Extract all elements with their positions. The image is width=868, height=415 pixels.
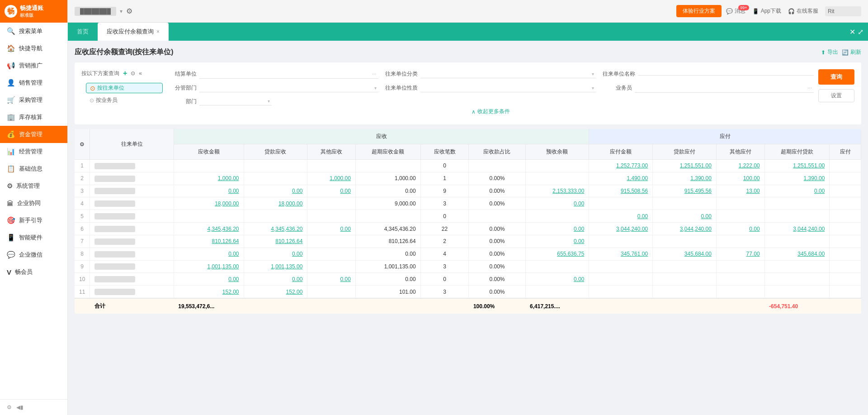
partner-name-input[interactable] <box>638 72 814 76</box>
sidebar-item-system[interactable]: ⚙ 系统管理 <box>0 177 67 195</box>
collapse-arrow-icon: ∧ <box>472 109 476 115</box>
query-form-area: 结算单位 ··· 往来单位分类 ▾ <box>167 69 814 118</box>
expand-icon[interactable]: ⤢ <box>858 28 863 36</box>
header-settings-icon[interactable]: ⚙ <box>126 7 132 15</box>
right-actions: 💬 消息 99+ 📱 App下载 🎧 在线客服 Rit <box>726 6 861 16</box>
partner-cell <box>90 210 174 223</box>
field-partner-nature: 往来单位性质 ▾ <box>385 83 596 93</box>
export-button[interactable]: ⬆ 导出 <box>821 48 838 56</box>
dots-icon: ··· <box>372 71 377 77</box>
query-button[interactable]: 查询 <box>818 69 854 85</box>
user-name: Rit <box>828 8 835 14</box>
query-panel: 按以下方案查询 + ⊙ « ⊙ 按往来单位 ⊙ 按业务员 <box>75 62 861 124</box>
table-settings-icon[interactable]: ⚙ <box>80 141 85 148</box>
th-other-payable: 其他应付 <box>716 144 764 160</box>
table-row: 80.000.000.0040.00%655,636.75345,761.003… <box>75 248 861 260</box>
sidebar-item-label: 库存核算 <box>19 113 42 121</box>
partner-cell <box>90 185 174 197</box>
th-partner: 往来单位 <box>90 129 174 160</box>
inventory-icon: 🏢 <box>7 113 15 121</box>
sidebar-item-label: 企业微信 <box>19 251 42 259</box>
operation-icon: 📊 <box>7 148 15 156</box>
sidebar-item-vip[interactable]: V 畅会员 <box>0 263 67 281</box>
settings-button[interactable]: 设置 <box>818 89 854 102</box>
collapse-more[interactable]: ∧ 收起更多条件 <box>167 105 814 118</box>
dept-mgr-input[interactable]: ▾ <box>199 84 378 92</box>
th-loan-payable: 贷款应付 <box>653 144 717 160</box>
scheme-label: 按以下方案查询 <box>81 70 119 77</box>
sidebar-item-enterprise[interactable]: 🏛 企业协同 <box>0 195 67 212</box>
sidebar-settings-icon[interactable]: ⚙ <box>7 404 12 410</box>
sidebar-item-sales[interactable]: 👤 销售管理 <box>0 74 67 91</box>
logo-sub: 标准版 <box>20 12 43 19</box>
scheme-tag-partner[interactable]: ⊙ 按往来单位 <box>86 83 163 93</box>
logo-main: 畅捷通账 <box>20 4 43 12</box>
th-loan-receivable: 贷款应收 <box>244 144 307 160</box>
th-group-payable: 应付 <box>589 129 861 144</box>
sidebar-collapse-icon[interactable]: ◀▮ <box>16 404 24 410</box>
dept-label: 部门 <box>167 98 197 105</box>
export-icon: ⬆ <box>821 49 826 56</box>
sidebar-item-marketing[interactable]: 📢 营销推广 <box>0 57 67 74</box>
footer-label: 合计 <box>90 298 174 314</box>
tab-close-icon[interactable]: × <box>156 29 160 35</box>
by-staff-item[interactable]: ⊙ 按业务员 <box>86 95 163 105</box>
message-action[interactable]: 💬 消息 99+ <box>726 7 745 15</box>
export-label: 导出 <box>827 48 838 56</box>
sidebar-item-basic-info[interactable]: 📋 基础信息 <box>0 160 67 177</box>
data-table-container: ⚙ 往来单位 应收 应付 应收金额 贷款应收 其他应收 超期应收金额 应收笔数 … <box>75 129 861 314</box>
scheme-collapse-icon[interactable]: « <box>139 70 142 76</box>
footer-empty5 <box>589 298 653 314</box>
sidebar-item-newbie[interactable]: 🎯 新手引导 <box>0 212 67 229</box>
add-scheme-button[interactable]: + <box>123 69 127 77</box>
th-payable-abbr: 应付 <box>830 144 861 160</box>
partner-nature-input[interactable]: ▾ <box>420 84 596 92</box>
sidebar-item-label: 智能硬件 <box>19 234 42 242</box>
settlement-unit-input[interactable]: ··· <box>199 69 378 79</box>
sidebar-item-capital[interactable]: 💰 资金管理 <box>0 126 67 143</box>
online-service-action[interactable]: 🎧 在线客服 <box>788 7 818 15</box>
tab-receivable-query[interactable]: 应收应付余额查询 × <box>98 23 169 41</box>
sidebar-item-wechat[interactable]: 💬 企业微信 <box>0 246 67 263</box>
dots-icon2: ··· <box>807 85 812 91</box>
sidebar-item-operation[interactable]: 📊 经营管理 <box>0 143 67 160</box>
th-receivable-amount: 应收金额 <box>174 144 244 160</box>
partner-category-label: 往来单位分类 <box>385 70 418 78</box>
app-download-action[interactable]: 📱 App下载 <box>752 7 781 15</box>
by-staff-label: 按业务员 <box>96 96 118 104</box>
footer-ratio-total: 100.00% <box>469 298 525 314</box>
main-area: ████████ ▾ ⚙ 体验行业方案 💬 消息 99+ 📱 App下载 🎧 在… <box>68 0 868 415</box>
sidebar-item-label: 基础信息 <box>19 165 42 173</box>
promo-button[interactable]: 体验行业方案 <box>676 5 722 17</box>
partner-category-input[interactable]: ▾ <box>420 70 596 78</box>
user-avatar[interactable]: Rit <box>825 6 861 16</box>
footer-empty1 <box>244 298 307 314</box>
partner-cell <box>90 286 174 298</box>
page-title: 应收应付余额查询(按往来单位) <box>75 48 174 57</box>
sidebar-item-quick-nav[interactable]: 🏠 快捷导航 <box>0 40 67 57</box>
dept-input[interactable]: ▾ <box>199 97 272 105</box>
sidebar-item-smart-hw[interactable]: 📱 智能硬件 <box>0 229 67 246</box>
page-title-bar: 应收应付余额查询(按往来单位) ⬆ 导出 🔄 刷新 <box>75 48 861 57</box>
tab-home[interactable]: 首页 <box>68 23 98 41</box>
sidebar-item-purchase[interactable]: 🛒 采购管理 <box>0 91 67 109</box>
th-settings[interactable]: ⚙ <box>75 129 90 160</box>
query-btn-col: 查询 设置 <box>818 69 854 102</box>
smart-hw-icon: 📱 <box>7 234 15 242</box>
page-content: 应收应付余额查询(按往来单位) ⬆ 导出 🔄 刷新 按以下方案查询 <box>68 41 868 415</box>
sidebar-item-inventory[interactable]: 🏢 库存核算 <box>0 109 67 126</box>
table-row: 64,345,436.204,345,436.200.004,345,436.2… <box>75 223 861 235</box>
footer-empty8 <box>830 298 861 314</box>
dropdown-chevron-icon[interactable]: ▾ <box>120 8 123 14</box>
salesperson-input[interactable]: ··· <box>635 83 814 93</box>
sidebar-item-label: 搜索菜单 <box>19 27 42 35</box>
refresh-button[interactable]: 🔄 刷新 <box>842 48 861 56</box>
query-scheme-area: 按以下方案查询 + ⊙ « ⊙ 按往来单位 ⊙ 按业务员 <box>81 69 163 105</box>
scheme-options-icon[interactable]: ⊙ <box>131 70 135 76</box>
sidebar-bottom: ⚙ ◀▮ <box>0 399 67 415</box>
app-icon: 📱 <box>752 8 759 14</box>
settlement-unit-label: 结算单位 <box>167 70 197 78</box>
field-partner-category: 往来单位分类 ▾ <box>385 69 596 79</box>
sidebar-item-search-menu[interactable]: 🔍 搜索菜单 <box>0 23 67 40</box>
close-window-icon[interactable]: ✕ <box>849 28 855 36</box>
